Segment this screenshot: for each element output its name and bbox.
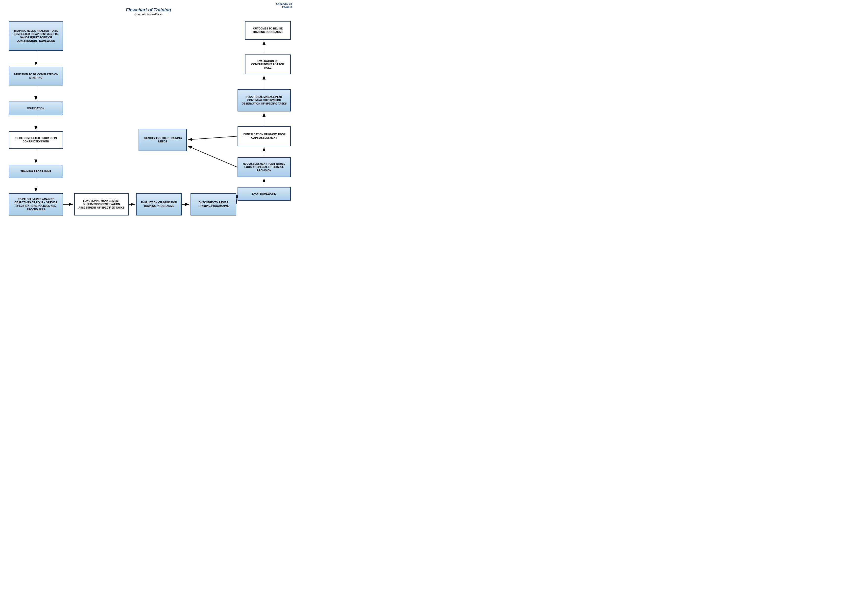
box-outcomes-top: OUTCOMES TO REVISE TRAINING PROGRAMME (245, 21, 291, 40)
box-functional-mgmt: FUNCTIONAL MANAGEMENT CONTINUAL SUPERVIS… (237, 89, 291, 112)
svg-line-16 (236, 194, 237, 204)
page-container: Appendix 23 PAGE 8 Flowchart of Training… (0, 0, 297, 221)
title-area: Flowchart of Training (Rachel Glover-Dar… (5, 5, 292, 16)
header-appendix: Appendix 23 PAGE 8 (276, 3, 292, 8)
flowchart: TRAINING NEEDS ANALYSIS TO BE COMPLETED … (5, 20, 292, 216)
page-label: PAGE 8 (276, 5, 292, 8)
svg-line-14 (188, 136, 237, 140)
box-evaluation-comp: EVALUATION OF COMPETENCIES AGAINST ROLE (245, 54, 291, 74)
box-evaluation-induction: EVALUATION OF INDUCTION TRAINING PROGRAM… (136, 193, 182, 216)
box-identification: IDENTIFICATION OF KNOWLEDGE GAPS ASSESSM… (237, 126, 291, 146)
svg-line-15 (188, 146, 237, 167)
chart-title: Flowchart of Training (5, 8, 292, 12)
box-induction: INDUCTION TO BE COMPLETED ON STARTING (9, 67, 63, 85)
box-nvq-assessment: NVQ ASSESSMENT PLAN WOULD LOOK AT SPECIA… (237, 157, 291, 177)
box-functional-bottom: FUNCTIONAL MANAGEMENT SUPERVISION/OBSERV… (74, 193, 129, 216)
box-nvq-framework: NVQ FRAMEWORK (237, 187, 291, 201)
box-foundation: FOUNDATION (9, 101, 63, 115)
chart-subtitle: (Rachel Glover-Dare) (5, 12, 292, 16)
box-training-prog: TRAINING PROGRAMME (9, 165, 63, 178)
appendix-label: Appendix 23 (276, 3, 292, 5)
box-tna: TRAINING NEEDS ANALYSIS TO BE COMPLETED … (9, 21, 63, 51)
box-outcomes-bottom: OUTCOMES TO REVISE TRAINING PROGRAMME (191, 193, 236, 216)
box-prior: TO BE COMPLETED PRIOR OR IN CONJUNCTION … (9, 131, 63, 149)
box-delivered: TO BE DELIVERED AGAINST OBJECTIVES OF RO… (9, 193, 63, 216)
box-identify-training: IDENTIFY FURTHER TRAINING NEEDS (139, 129, 187, 151)
